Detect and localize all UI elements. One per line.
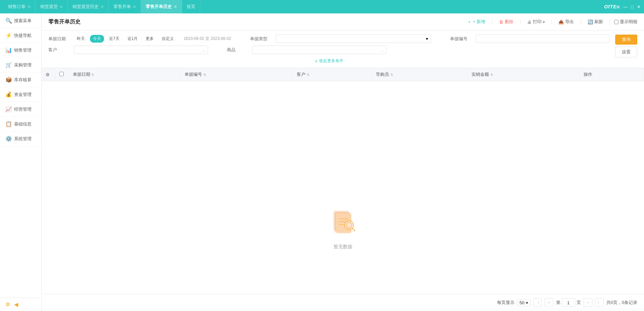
top-bar: 销售订单✕销货退货✕销货退货历史✕零售开单✕零售开单历史✕首页 OfTEn — … (0, 0, 644, 13)
customer-dots[interactable]: ... (201, 47, 205, 52)
bill-no-input-container (476, 35, 610, 43)
goods-dots[interactable]: ... (380, 47, 384, 52)
print-icon: 🖨 (527, 19, 532, 24)
collapse-row[interactable]: ∧ 收起更多条件 (48, 58, 610, 64)
tab-close-销售订单[interactable]: ✕ (28, 5, 31, 9)
top-bar-right: OfTEn — □ ✕ (604, 4, 641, 9)
sidebar-label-finance: 资金管理 (14, 92, 32, 98)
tab-零售开单历史[interactable]: 零售开单历史✕ (141, 0, 182, 13)
query-button[interactable]: 查询 (615, 35, 637, 45)
select-all-checkbox[interactable] (59, 72, 64, 76)
sidebar-label-purchase-mgmt: 采购管理 (14, 62, 32, 68)
first-page-btn[interactable]: 《 (533, 298, 542, 307)
date-label: 单据日期 (48, 36, 68, 42)
tab-close-销货退货[interactable]: ✕ (60, 5, 63, 9)
prev-page-btn[interactable]: < (545, 298, 553, 307)
last-page-btn[interactable]: 》 (595, 298, 604, 307)
bill-no-input[interactable] (479, 36, 607, 41)
sidebar-label-basic-info: 基础信息 (14, 121, 32, 127)
refresh-button[interactable]: 🔄 刷新 (585, 17, 606, 26)
filter-row-2: 客户 ... 商品 ... (48, 46, 610, 54)
pagination: 每页显示 50 ▾ 《 < 第 页 > 》 共0页，0条记录 (42, 294, 644, 311)
sidebar-item-finance[interactable]: 💰 资金管理 (0, 87, 41, 102)
content-area: 零售开单历史 ＋ + 新增 🗑 删除 🖨 打印 ▾ (42, 13, 644, 311)
page-title: 零售开单历史 (48, 18, 81, 25)
filter-row-1: 单据日期 昨天今天近7天近1月更多自定义 2023-06-02 至 2023-0… (48, 35, 610, 43)
th-客户[interactable]: 客户 ⇅ (293, 68, 372, 81)
table-area: ⚙ 单据日期 ⇅单据编号 ⇅客户 ⇅导购员 ⇅实销金额 ⇅操作 (42, 68, 644, 311)
tab-销货退货历史[interactable]: 销货退货历史✕ (68, 0, 109, 13)
settings-icon[interactable]: ⚙ (5, 301, 10, 308)
sidebar-item-sales-mgmt[interactable]: 📊 销售管理 (0, 43, 41, 58)
date-btn-近1月[interactable]: 近1月 (125, 35, 141, 43)
tab-零售开单[interactable]: 零售开单✕ (109, 0, 141, 13)
add-icon: ＋ (467, 19, 472, 25)
tab-close-零售开单历史[interactable]: ✕ (174, 5, 177, 9)
page-number-input[interactable] (562, 298, 575, 307)
th-实销金额[interactable]: 实销金额 ⇅ (467, 68, 579, 81)
collapse-icon[interactable]: ◀ (14, 301, 18, 308)
bill-type-select[interactable]: ▾ (276, 35, 431, 43)
th-导购员[interactable]: 导购员 ⇅ (372, 68, 467, 81)
goods-label: 商品 (227, 47, 247, 53)
date-btn-昨天[interactable]: 昨天 (74, 35, 88, 43)
sidebar-label-inventory: 库存核算 (14, 77, 32, 83)
maximize-btn[interactable]: □ (631, 4, 634, 9)
sidebar-item-basic-info[interactable]: 📋 基础信息 (0, 117, 41, 132)
th-单据日期[interactable]: 单据日期 ⇅ (68, 68, 181, 81)
th-单据编号[interactable]: 单据编号 ⇅ (181, 68, 293, 81)
main-layout: 🔍 搜索采单⚡ 快捷导航📊 销售管理🛒 采购管理📦 库存核算💰 资金管理📈 经营… (0, 13, 644, 311)
sidebar-nav: 🔍 搜索采单⚡ 快捷导航📊 销售管理🛒 采购管理📦 库存核算💰 资金管理📈 经营… (0, 13, 41, 146)
tab-list: 销售订单✕销货退货✕销货退货历史✕零售开单✕零售开单历史✕首页 (3, 0, 604, 13)
sidebar-label-search-order: 搜索采单 (14, 18, 32, 24)
print-button[interactable]: 🖨 打印 ▾ (525, 17, 547, 26)
empty-state: 暂无数据 (42, 161, 644, 294)
close-btn[interactable]: ✕ (637, 4, 641, 9)
divider5 (610, 19, 610, 24)
sidebar-item-operations[interactable]: 📈 经营管理 (0, 102, 41, 117)
per-page-value: 50 (519, 300, 524, 305)
add-button[interactable]: ＋ + 新增 (464, 17, 488, 26)
date-btn-近7天[interactable]: 近7天 (106, 35, 122, 43)
export-button[interactable]: 📤 导出 (556, 17, 577, 26)
search-order-icon: 🔍 (5, 17, 11, 24)
trash-icon: 🗑 (499, 19, 503, 24)
sidebar-item-inventory[interactable]: 📦 库存核算 (0, 72, 41, 87)
display-detail-toggle[interactable]: 显示明细 (614, 19, 637, 25)
purchase-mgmt-icon: 🛒 (5, 62, 11, 68)
svg-line-8 (352, 228, 355, 231)
tab-销售订单[interactable]: 销售订单✕ (3, 0, 36, 13)
customer-input[interactable] (77, 47, 201, 52)
bill-type-label: 单据类型 (250, 36, 270, 42)
sales-mgmt-icon: 📊 (5, 47, 11, 53)
tab-首页[interactable]: 首页 (182, 0, 200, 13)
sidebar-item-search-order[interactable]: 🔍 搜索采单 (0, 13, 41, 28)
page-total: 共0页，0条记录 (606, 300, 637, 306)
sidebar-bottom[interactable]: ⚙ ◀ (0, 298, 41, 311)
th-gear[interactable]: ⚙ (42, 68, 55, 81)
empty-icon (326, 205, 360, 239)
settings-button[interactable]: 设置 (615, 47, 637, 57)
empty-text: 暂无数据 (334, 244, 352, 250)
date-btn-更多[interactable]: 更多 (143, 35, 157, 43)
tab-销货退货[interactable]: 销货退货✕ (36, 0, 68, 13)
goods-input[interactable] (255, 47, 380, 52)
per-page-select[interactable]: 50 ▾ (517, 299, 530, 306)
display-detail-checkbox[interactable] (614, 20, 618, 24)
sidebar-label-quick-nav: 快捷导航 (14, 33, 32, 39)
divider3 (551, 19, 552, 24)
sidebar-label-sales-mgmt: 销售管理 (14, 47, 32, 53)
minimize-btn[interactable]: — (623, 4, 628, 9)
brand-text: OfTEn (604, 4, 620, 9)
th-checkbox[interactable] (55, 68, 68, 81)
date-btn-自定义[interactable]: 自定义 (159, 35, 177, 43)
next-page-btn[interactable]: > (584, 298, 592, 307)
tab-close-销货退货历史[interactable]: ✕ (101, 5, 104, 9)
tab-close-零售开单[interactable]: ✕ (133, 5, 136, 9)
export-icon: 📤 (558, 19, 564, 24)
sidebar-item-quick-nav[interactable]: ⚡ 快捷导航 (0, 28, 41, 43)
date-btn-今天[interactable]: 今天 (90, 35, 104, 43)
sidebar-item-purchase-mgmt[interactable]: 🛒 采购管理 (0, 58, 41, 72)
sidebar-item-system[interactable]: ⚙️ 系统管理 (0, 132, 41, 146)
delete-button[interactable]: 🗑 删除 (496, 17, 516, 26)
